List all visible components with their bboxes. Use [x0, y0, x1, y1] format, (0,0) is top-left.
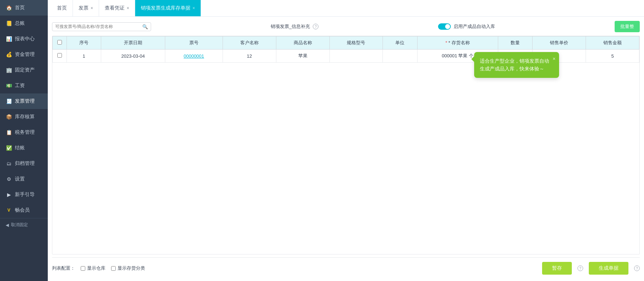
- cancel-pin-label: 取消固定: [11, 222, 28, 228]
- inventory-icon: 📦: [6, 114, 12, 120]
- settings-icon: ⚙: [6, 176, 12, 182]
- cancel-pin-icon: ◀: [6, 223, 9, 228]
- tab-invoice-close[interactable]: ×: [91, 6, 93, 11]
- search-icon: 🔍: [142, 24, 148, 29]
- sidebar-item-member[interactable]: V 畅会员: [0, 202, 48, 218]
- toolbar: 🔍 销项发票_信息补充 ? 启用产成品自动入库 批量整: [52, 21, 640, 32]
- tab-home-label: 首页: [57, 5, 67, 11]
- search-input[interactable]: [55, 24, 140, 29]
- sidebar-item-label: 报表中心: [15, 36, 35, 42]
- tab-bar: 首页 发票 × 查看凭证 × 销项发票生成库存单据 ×: [48, 0, 644, 17]
- row-number-link[interactable]: 00000001: [184, 53, 204, 59]
- col-header-inventory: * * 存货名称: [417, 36, 498, 50]
- sidebar-item-label: 首页: [15, 5, 25, 11]
- assets-icon: 🏢: [6, 67, 12, 73]
- page-content: 🔍 销项发票_信息补充 ? 启用产成品自动入库 批量整 序: [48, 17, 644, 281]
- col-header-unit-price: 销售单价: [533, 36, 586, 50]
- sidebar-item-label: 工资: [15, 82, 25, 89]
- sidebar-item-inventory[interactable]: 📦 库存核算: [0, 109, 48, 125]
- tooltip-close-button[interactable]: ×: [553, 55, 556, 63]
- reports-icon: 📊: [6, 36, 12, 42]
- row-unit: [383, 50, 417, 63]
- sidebar-item-label: 归档管理: [15, 160, 35, 167]
- toggle-label: 启用产成品自动入库: [454, 23, 495, 30]
- sidebar-item-label: 新手引导: [15, 191, 35, 198]
- sidebar-item-label: 库存核算: [15, 114, 35, 120]
- funds-icon: 💰: [6, 51, 12, 58]
- row-number[interactable]: 00000001: [165, 50, 223, 63]
- col-header-unit: 单位: [383, 36, 417, 50]
- guide-icon: ▶: [6, 191, 12, 198]
- sidebar-item-funds[interactable]: 💰 资金管理: [0, 47, 48, 62]
- sidebar-item-payroll[interactable]: 💵 工资: [0, 78, 48, 93]
- tab-cancel-invoice[interactable]: 销项发票生成库存单据 ×: [135, 0, 201, 16]
- generate-help-icon[interactable]: ?: [634, 265, 640, 271]
- show-category-label[interactable]: 显示存货分类: [111, 265, 145, 271]
- col-header-checkbox: [53, 36, 67, 50]
- select-all-checkbox[interactable]: [57, 40, 62, 45]
- auto-warehouse-toggle[interactable]: [438, 23, 451, 30]
- cancel-pin-button[interactable]: ◀ 取消固定: [0, 218, 48, 231]
- toggle-section: 启用产成品自动入库: [438, 23, 495, 30]
- tab-voucher[interactable]: 查看凭证 ×: [99, 0, 135, 16]
- sidebar-item-label: 资金管理: [15, 51, 35, 58]
- payroll-icon: 💵: [6, 82, 12, 89]
- show-category-checkbox[interactable]: [111, 266, 116, 271]
- search-box[interactable]: 🔍: [52, 22, 151, 31]
- tooltip-popup: × 适合生产型企业，销项发票自动生成产成品入库，快来体验～: [474, 52, 559, 78]
- sidebar-item-reports[interactable]: 📊 报表中心: [0, 31, 48, 47]
- tab-voucher-label: 查看凭证: [105, 5, 125, 11]
- tooltip-text: 适合生产型企业，销项发票自动生成产成品入库，快来体验～: [480, 58, 549, 71]
- sidebar-item-label: 设置: [15, 176, 25, 182]
- sidebar-item-home[interactable]: 🏠 首页: [0, 0, 48, 16]
- sidebar-item-closing[interactable]: ✅ 结账: [0, 140, 48, 156]
- tab-home[interactable]: 首页: [51, 0, 73, 16]
- sidebar-item-invoice[interactable]: 🧾 发票管理: [0, 93, 48, 109]
- home-icon: 🏠: [6, 5, 12, 11]
- tab-voucher-close[interactable]: ×: [127, 6, 129, 11]
- show-warehouse-label[interactable]: 显示仓库: [81, 265, 105, 271]
- info-icon[interactable]: ?: [313, 24, 318, 29]
- sidebar-item-ledger[interactable]: 📒 总账: [0, 16, 48, 31]
- row-product: 苹果: [276, 50, 329, 63]
- col-header-number: 票号: [165, 36, 223, 50]
- row-checkbox-cell: [53, 50, 67, 63]
- col-header-quantity: 数量: [498, 36, 533, 50]
- list-config-label: 列表配置：: [52, 265, 75, 271]
- sidebar-item-archive[interactable]: 🗂 归档管理: [0, 156, 48, 171]
- batch-button[interactable]: 批量整: [615, 21, 640, 32]
- show-warehouse-checkbox[interactable]: [81, 266, 85, 271]
- tab-invoice[interactable]: 发票 ×: [73, 0, 99, 16]
- generate-button[interactable]: 生成单据: [589, 262, 628, 275]
- row-checkbox[interactable]: [57, 53, 62, 58]
- row-spec: [329, 50, 383, 63]
- col-header-seq: 序号: [67, 36, 101, 50]
- sidebar-item-label: 固定资产: [15, 67, 35, 73]
- sidebar-item-settings[interactable]: ⚙ 设置: [0, 171, 48, 187]
- row-date: 2023-03-04: [101, 50, 165, 63]
- col-header-product: 商品名称: [276, 36, 329, 50]
- save-button[interactable]: 暂存: [542, 262, 572, 275]
- invoice-icon: 🧾: [6, 98, 12, 104]
- tab-cancel-invoice-close[interactable]: ×: [192, 6, 195, 11]
- col-header-customer: 客户名称: [223, 36, 276, 50]
- ledger-icon: 📒: [6, 20, 12, 27]
- sidebar-item-label: 发票管理: [15, 98, 35, 104]
- col-header-spec: 规格型号: [329, 36, 383, 50]
- sidebar-item-label: 畅会员: [15, 207, 30, 213]
- col-header-amount: 销售金额: [586, 36, 639, 50]
- sidebar-item-guide[interactable]: ▶ 新手引导: [0, 187, 48, 202]
- closing-icon: ✅: [6, 145, 12, 151]
- save-help-icon[interactable]: ?: [577, 265, 583, 271]
- row-amount: 5: [586, 50, 639, 63]
- member-icon: V: [6, 207, 12, 213]
- sidebar-item-tax[interactable]: 📋 税务管理: [0, 125, 48, 140]
- sidebar-item-label: 结账: [15, 145, 25, 151]
- sidebar-item-assets[interactable]: 🏢 固定资产: [0, 62, 48, 78]
- archive-icon: 🗂: [6, 160, 12, 167]
- sidebar-item-label: 税务管理: [15, 129, 35, 136]
- main-content: 首页 发票 × 查看凭证 × 销项发票生成库存单据 × 🔍 销项发票_信息补充 …: [48, 0, 644, 281]
- row-seq: 1: [67, 50, 101, 63]
- bottom-buttons: 暂存 ? 生成单据 ?: [542, 262, 640, 275]
- bottom-bar: 列表配置： 显示仓库 显示存货分类 暂存 ? 生成单据 ?: [52, 257, 640, 277]
